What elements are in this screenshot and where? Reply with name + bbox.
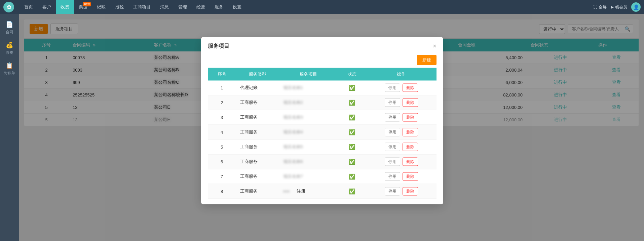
modal-cell-item: 项目名称4 <box>279 125 338 139</box>
modal-cell-seq: 4 <box>208 125 236 139</box>
stop-button[interactable]: 停用 <box>385 98 400 107</box>
top-nav: ✿ 首页客户收费票据new记账报税工商项目消息管理经营服务设置 ⛶ 全屏 ▶ 畅… <box>0 0 644 14</box>
modal-cell-status: ✅ <box>338 95 366 110</box>
modal-cell-type: 代理记账 <box>236 80 279 95</box>
modal-col-item: 服务项目 <box>279 68 338 80</box>
modal-cell-action: 停用 删除 <box>366 184 436 199</box>
sidebar-item-对账单[interactable]: 📋 对账单 <box>0 58 19 79</box>
stop-button[interactable]: 停用 <box>385 157 400 166</box>
nav-item-记账[interactable]: 记账 <box>92 0 110 14</box>
modal-table-header: 序号 服务类型 服务项目 状态 操作 <box>208 68 437 80</box>
check-icon: ✅ <box>349 114 355 120</box>
user-avatar[interactable]: 👤 <box>631 2 641 12</box>
delete-button[interactable]: 删除 <box>403 143 418 151</box>
stop-button[interactable]: 停用 <box>385 143 400 151</box>
modal-close-button[interactable]: × <box>433 42 437 49</box>
modal-cell-seq: 5 <box>208 139 236 154</box>
nav-item-设置[interactable]: 设置 <box>228 0 246 14</box>
modal-cell-action: 停用 删除 <box>366 139 436 154</box>
nav-item-服务[interactable]: 服务 <box>210 0 228 14</box>
modal-table-row: 6 工商服务 项目名称6 ✅ 停用 删除 <box>208 154 437 169</box>
modal-cell-action: 停用 删除 <box>366 125 436 139</box>
fullscreen-button[interactable]: ⛶ 全屏 <box>593 4 607 10</box>
modal-cell-status: ✅ <box>338 154 366 169</box>
nav-item-消息[interactable]: 消息 <box>155 0 174 14</box>
modal-col-action: 操作 <box>366 68 436 80</box>
check-icon: ✅ <box>349 188 355 194</box>
nav-item-收费[interactable]: 收费 <box>56 0 74 14</box>
nav-item-管理[interactable]: 管理 <box>174 0 192 14</box>
nav-item-工商项目[interactable]: 工商项目 <box>128 0 155 14</box>
nav-item-客户[interactable]: 客户 <box>38 0 56 14</box>
app-logo[interactable]: ✿ <box>3 2 14 12</box>
nav-item-报税[interactable]: 报税 <box>110 0 128 14</box>
modal-table-body: 1 代理记账 项目名称1 ✅ 停用 删除 2 工商服务 项目名称2 ✅ 停用 删… <box>208 80 437 199</box>
stop-button[interactable]: 停用 <box>385 172 400 180</box>
modal-cell-status: ✅ <box>338 80 366 95</box>
modal-cell-item: xxx注册 <box>279 184 338 199</box>
modal-cell-type: 工商服务 <box>236 154 279 169</box>
modal-header: 服务项目 × <box>201 37 443 52</box>
member-button[interactable]: ▶ 畅会员 <box>611 4 627 10</box>
modal-cell-status: ✅ <box>338 110 366 125</box>
modal-table-row: 3 工商服务 项目名称3 ✅ 停用 删除 <box>208 110 437 125</box>
sidebar-item-收费[interactable]: 💰 收费 <box>0 38 19 58</box>
modal-col-seq: 序号 <box>208 68 236 80</box>
modal-cell-seq: 2 <box>208 95 236 110</box>
nav-item-票据[interactable]: 票据new <box>74 0 92 14</box>
modal-cell-seq: 3 <box>208 110 236 125</box>
modal-cell-type: 工商服务 <box>236 184 279 199</box>
delete-button[interactable]: 删除 <box>403 83 418 92</box>
modal-cell-item: 项目名称3 <box>279 110 338 125</box>
modal-cell-status: ✅ <box>338 169 366 184</box>
delete-button[interactable]: 删除 <box>403 157 418 166</box>
modal-cell-status: ✅ <box>338 139 366 154</box>
modal-cell-status: ✅ <box>338 125 366 139</box>
modal-cell-seq: 7 <box>208 169 236 184</box>
modal-cell-type: 工商服务 <box>236 139 279 154</box>
service-items-modal: 服务项目 × 新建 序号 服务类型 服务项目 状态 操作 1 代理记账 项目名称… <box>201 37 443 204</box>
sidebar-item-合同[interactable]: 📄 合同 <box>0 17 19 38</box>
delete-button[interactable]: 删除 <box>403 187 418 195</box>
sidebar-icon-收费: 💰 <box>6 41 13 49</box>
sidebar-icon-合同: 📄 <box>6 21 13 28</box>
modal-col-type: 服务类型 <box>236 68 279 80</box>
sidebar-label-收费: 收费 <box>6 50 13 55</box>
modal-table-row: 2 工商服务 项目名称2 ✅ 停用 删除 <box>208 95 437 110</box>
modal-cell-item: 项目名称7 <box>279 169 338 184</box>
modal-cell-seq: 1 <box>208 80 236 95</box>
check-icon: ✅ <box>349 173 355 179</box>
modal-cell-type: 工商服务 <box>236 110 279 125</box>
stop-button[interactable]: 停用 <box>385 113 400 121</box>
delete-button[interactable]: 删除 <box>403 113 418 121</box>
nav-items: 首页客户收费票据new记账报税工商项目消息管理经营服务设置 <box>20 0 593 14</box>
modal-title: 服务项目 <box>208 42 229 49</box>
modal-new-button[interactable]: 新建 <box>417 55 437 65</box>
delete-button[interactable]: 删除 <box>403 98 418 107</box>
stop-button[interactable]: 停用 <box>385 187 400 195</box>
modal-table-row: 4 工商服务 项目名称4 ✅ 停用 删除 <box>208 125 437 139</box>
modal-cell-status: ✅ <box>338 184 366 199</box>
modal-cell-action: 停用 删除 <box>366 95 436 110</box>
modal-cell-item: 项目名称2 <box>279 95 338 110</box>
stop-button[interactable]: 停用 <box>385 128 400 136</box>
sidebar-label-对账单: 对账单 <box>4 71 15 76</box>
modal-cell-item: 项目名称5 <box>279 139 338 154</box>
stop-button[interactable]: 停用 <box>385 83 400 92</box>
nav-item-经营[interactable]: 经营 <box>192 0 210 14</box>
modal-cell-item: 项目名称1 <box>279 80 338 95</box>
modal-col-status: 状态 <box>338 68 366 80</box>
nav-badge-票据: new <box>83 2 91 6</box>
delete-button[interactable]: 删除 <box>403 128 418 136</box>
modal-body: 序号 服务类型 服务项目 状态 操作 1 代理记账 项目名称1 ✅ 停用 删除 … <box>201 68 443 204</box>
modal-table-row: 5 工商服务 项目名称5 ✅ 停用 删除 <box>208 139 437 154</box>
modal-cell-type: 工商服务 <box>236 125 279 139</box>
modal-cell-action: 停用 删除 <box>366 80 436 95</box>
modal-table: 序号 服务类型 服务项目 状态 操作 1 代理记账 项目名称1 ✅ 停用 删除 … <box>208 68 437 199</box>
check-icon: ✅ <box>349 144 355 150</box>
nav-item-首页[interactable]: 首页 <box>20 0 38 14</box>
modal-cell-type: 工商服务 <box>236 169 279 184</box>
sidebar-label-合同: 合同 <box>6 30 13 35</box>
modal-table-row: 8 工商服务 xxx注册 ✅ 停用 删除 <box>208 184 437 199</box>
delete-button[interactable]: 删除 <box>403 172 418 180</box>
